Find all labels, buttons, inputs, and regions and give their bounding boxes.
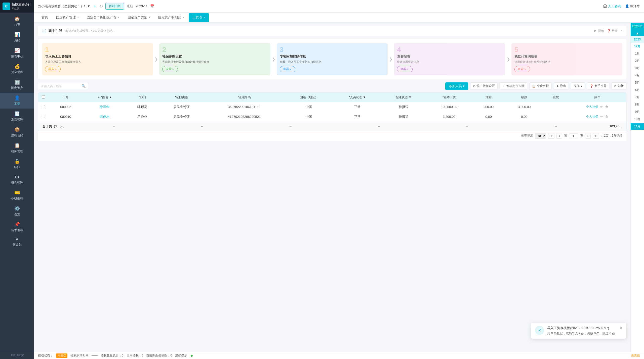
switch-version-btn[interactable]: 切到旧版 — [105, 3, 124, 10]
collapse-sidebar-btn[interactable]: ◀取消固定 — [0, 351, 34, 359]
sidebar-item-tax[interactable]: 📋 税务管理 — [0, 140, 34, 156]
close-notification-btn[interactable]: × — [620, 326, 622, 330]
social-insurance-link[interactable]: 个人社保 — [586, 105, 598, 109]
cal-month-1[interactable]: 1月 — [631, 50, 644, 57]
tab-salary[interactable]: 工资表 × — [189, 13, 209, 22]
search-icon[interactable]: 🔍 — [82, 84, 86, 88]
sidebar-item-archive[interactable]: 🗂 归档管理 — [0, 172, 34, 187]
sidebar-item-salary[interactable]: 👤 工资 — [0, 93, 34, 109]
next-page-btn[interactable]: › — [585, 133, 591, 139]
employee-performance: 0.00 — [505, 112, 543, 122]
user-menu[interactable]: 👤 徐泽华 — [625, 4, 640, 9]
tab-close-icon[interactable]: × — [183, 16, 184, 19]
tab-depreciation[interactable]: 固定资产折旧统计表 × — [83, 13, 123, 22]
select-all-checkbox[interactable] — [42, 95, 45, 98]
sidebar-item-home[interactable]: 🏠 首页 — [0, 14, 34, 29]
sidebar-item-ledger[interactable]: 📊 总账 — [0, 29, 34, 45]
newbie-guide-btn[interactable]: ❓ 新手引导 — [587, 82, 609, 90]
invoice-icon: 🧾 — [14, 111, 20, 117]
cal-month-9[interactable]: 9月 — [631, 108, 644, 116]
th-name[interactable]: ＋ *姓名 ▲ — [83, 93, 126, 102]
tax-icon: 📋 — [532, 84, 536, 88]
tab-close-icon[interactable]: × — [118, 16, 119, 19]
employee-name[interactable]: 李俊杰 — [83, 112, 126, 122]
reports-icon: 📈 — [14, 48, 20, 53]
operate-btn[interactable]: 操作 ▾ — [571, 82, 585, 90]
member-icon: V — [16, 237, 18, 241]
row-checkbox[interactable] — [42, 115, 45, 118]
calendar-icon[interactable]: 📅 — [150, 4, 154, 8]
cal-month-12[interactable]: 12月 — [631, 43, 644, 50]
tab-close-icon[interactable]: × — [204, 16, 205, 19]
cal-month-2[interactable]: 2月 — [631, 57, 644, 65]
first-page-btn[interactable]: « — [548, 133, 554, 139]
sidebar-item-finance[interactable]: 💰 资金管理 — [0, 61, 34, 77]
step-3: 3 专项附加扣除信息 查看、导入员工专项附加扣除信息 查看＞ — [277, 43, 388, 75]
social-insurance-link[interactable]: 个人社保 — [586, 115, 598, 119]
deduction-btn[interactable]: ＋ 专项附加扣除 — [500, 82, 527, 90]
add-account-btn[interactable]: ＋ — [93, 4, 97, 9]
step-5-btn[interactable]: 查看＞ — [514, 66, 530, 72]
sidebar-item-closing[interactable]: 🔒 结账 — [0, 156, 34, 172]
edit-icon[interactable]: ✏ — [600, 115, 603, 119]
edit-icon[interactable]: ✏ — [600, 105, 603, 109]
sidebar-item-member[interactable]: V 畅会员 — [0, 235, 34, 249]
tab-detail[interactable]: 固定资产明细账 × — [155, 13, 188, 22]
tab-close-icon[interactable]: × — [77, 16, 79, 19]
cal-month-8[interactable]: 8月 — [631, 101, 644, 108]
employee-name[interactable]: 徐泽华 — [83, 102, 126, 112]
tab-close-icon[interactable]: × — [149, 16, 150, 19]
add-person-btn[interactable]: 添加人员 ▾ — [445, 82, 468, 90]
cal-month-5[interactable]: 5月 — [631, 79, 644, 86]
tab-category[interactable]: 固定资产类别 × — [124, 13, 154, 22]
social-insurance-btn[interactable]: ⚙ 统一社保设置 — [470, 82, 498, 90]
th-status[interactable]: *人员状态 ▼ — [334, 93, 381, 102]
search-input[interactable] — [41, 84, 80, 88]
cal-month-3[interactable]: 3月 — [631, 65, 644, 72]
consult-btn[interactable]: 🎧 人工咨询 — [603, 4, 621, 9]
charge-link[interactable]: 去充值 — [631, 353, 640, 358]
step-4-btn[interactable]: 查看＞ — [397, 66, 413, 72]
refresh-btn[interactable]: ↺ 刷新 — [611, 82, 626, 90]
delete-icon[interactable]: 🗑 — [605, 115, 608, 119]
calendar-nav: 2023 12月 1月 2月 3月 4月 5月 6月 7月 8月 9月 10月 … — [631, 36, 644, 130]
tab-home[interactable]: 首页 — [38, 13, 52, 22]
cal-month-4[interactable]: 4月 — [631, 72, 644, 79]
tax-report-btn[interactable]: 📋 个税申报 — [529, 82, 552, 90]
sidebar-item-inventory[interactable]: 📦 进销台账 — [0, 124, 34, 140]
pagination: 每页显示 10 20 50 « ‹ 第 页 › » 共1页，2条记录 — [38, 131, 626, 141]
step-3-btn[interactable]: 查看＞ — [280, 66, 295, 72]
sidebar-item-expense[interactable]: 💳 小畅报销 — [0, 187, 34, 203]
warning-label: 温馨提示 — [175, 353, 187, 358]
tab-fixed-assets[interactable]: 固定资产管理 × — [53, 13, 82, 22]
cal-month-6[interactable]: 6月 — [631, 86, 644, 94]
sidebar-item-reports[interactable]: 📈 报表中心 — [0, 45, 34, 61]
settings-icon[interactable]: ⚙ — [99, 4, 103, 9]
help-link[interactable]: ❓ 帮助 — [607, 29, 618, 33]
sidebar-item-guide[interactable]: 📌 新手引导 — [0, 219, 34, 235]
select-all-th[interactable] — [38, 93, 48, 102]
sidebar-item-settings[interactable]: ⚙️ 设置 — [0, 203, 34, 219]
per-page-select[interactable]: 10 20 50 — [535, 133, 546, 139]
sidebar-item-assets[interactable]: 🏢 固定资产 — [0, 77, 34, 93]
cal-month-11[interactable]: 11月 — [631, 123, 644, 130]
calendar-up-btn[interactable]: ▲ — [631, 30, 644, 36]
close-intro-btn[interactable]: × — [621, 29, 622, 33]
cal-month-7[interactable]: 7月 — [631, 94, 644, 101]
step-2-btn[interactable]: 设置＞ — [162, 66, 178, 72]
sidebar-item-invoice[interactable]: 🧾 发票管理 — [0, 109, 34, 124]
video-link[interactable]: ▶ 视频 — [594, 29, 604, 33]
cal-month-10[interactable]: 10月 — [631, 116, 644, 123]
last-page-btn[interactable]: » — [593, 133, 599, 139]
step-1-btn[interactable]: 导入＞ — [45, 66, 61, 72]
tax-icon: 📋 — [14, 143, 20, 148]
th-report-status[interactable]: 报送状态 ▼ — [381, 93, 426, 102]
page-input[interactable] — [569, 133, 578, 138]
prev-page-btn[interactable]: ‹ — [556, 133, 562, 139]
search-box: 🔍 — [38, 83, 88, 89]
delete-icon[interactable]: 🗑 — [605, 105, 608, 109]
notif-desc: 共 9 条数据，成功导入 9 条，失败 0 条，跳过 0 条 — [547, 331, 615, 336]
export-btn[interactable]: ⬇ 导出 — [554, 82, 569, 90]
account-selector[interactable]: 刘小艳演示账套（勿删勿动！）1 ▼ — [38, 4, 90, 9]
row-checkbox[interactable] — [42, 105, 45, 108]
